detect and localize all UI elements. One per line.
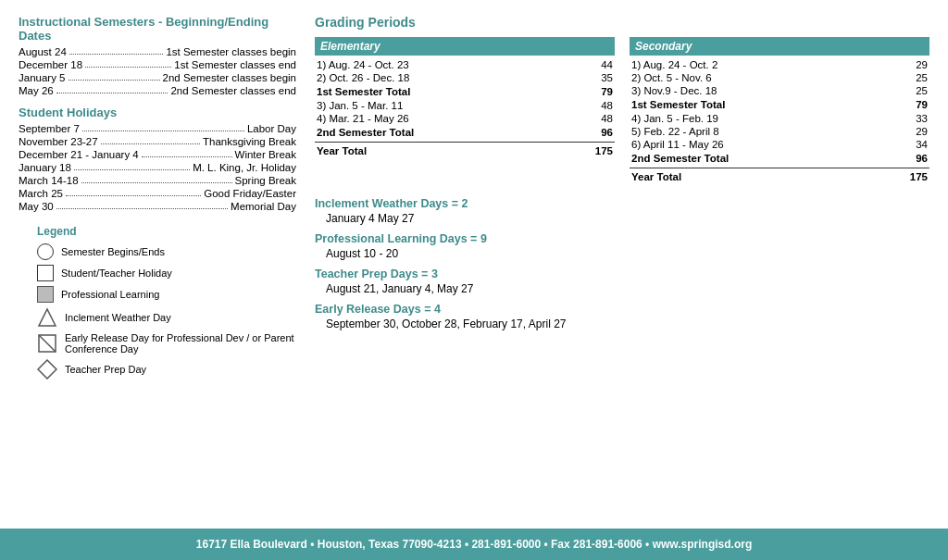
holiday-date: March 25 [19, 188, 63, 199]
dots [66, 195, 201, 196]
gp-row: 2nd Semester Total96 [630, 153, 929, 164]
legend-label: Inclement Weather Day [65, 312, 171, 323]
holiday-row: November 23-27Thanksgiving Break [19, 136, 296, 147]
gp-period-label: 2) Oct. 26 - Dec. 18 [317, 72, 437, 83]
dots [69, 80, 160, 81]
svg-line-2 [39, 335, 56, 352]
holiday-name: Labor Day [247, 123, 296, 134]
dots [142, 156, 232, 157]
dots [82, 131, 244, 131]
holiday-name: Thanksgiving Break [203, 136, 296, 147]
gp-row: 6) April 11 - May 2634 [630, 139, 929, 150]
event-label: 2nd Semester classes end [170, 85, 296, 96]
legend-label: Professional Learning [61, 289, 159, 300]
legend-item: Inclement Weather Day [37, 307, 296, 328]
footer-text: 16717 Ella Boulevard • Houston, Texas 77… [196, 538, 752, 551]
holiday-name: Good Friday/Easter [204, 188, 296, 199]
info-section: Early Release Days = 4September 30, Octo… [315, 303, 929, 330]
gp-row: 5) Feb. 22 - April 829 [630, 126, 929, 137]
gp-count: 48 [601, 113, 613, 124]
date-label: December 18 [19, 59, 82, 70]
legend-items: Semester Begins/EndsStudent/Teacher Holi… [19, 243, 296, 380]
legend-item: Semester Begins/Ends [37, 243, 296, 260]
date-label: August 24 [19, 46, 67, 57]
holiday-name: M. L. King, Jr. Holiday [193, 162, 296, 173]
gp-period-label: 3) Nov.9 - Dec. 18 [631, 85, 752, 96]
info-section: Inclement Weather Days = 2January 4 May … [315, 197, 929, 225]
square-icon [37, 265, 54, 281]
legend-item: Teacher Prep Day [37, 359, 296, 380]
legend-item: Professional Learning [37, 286, 296, 303]
elementary-header: Elementary [315, 37, 615, 56]
gp-period-label: 2nd Semester Total [631, 153, 752, 164]
semester-date-row: August 241st Semester classes begin [19, 46, 296, 57]
dots [56, 93, 168, 93]
holiday-date: May 30 [19, 201, 54, 212]
holiday-row: March 25Good Friday/Easter [19, 188, 296, 199]
left-column: Instructional Semesters - Beginning/Endi… [19, 15, 296, 519]
student-holidays-section: Student Holidays September 7Labor DayNov… [19, 106, 296, 212]
holiday-date: January 18 [19, 162, 71, 173]
event-label: 1st Semester classes end [174, 59, 296, 70]
holiday-date: September 7 [19, 123, 80, 134]
gp-row: 2) Oct. 5 - Nov. 625 [630, 72, 929, 83]
semester-dates-title: Instructional Semesters - Beginning/Endi… [19, 15, 296, 43]
gp-period-label: 5) Feb. 22 - April 8 [631, 126, 752, 137]
date-label: January 5 [19, 72, 66, 83]
circle-icon [37, 243, 54, 260]
grading-periods-title: Grading Periods [315, 15, 929, 30]
secondary-header: Secondary [630, 37, 929, 56]
student-holidays-title: Student Holidays [19, 106, 296, 119]
gp-period-label: 1st Semester Total [631, 99, 752, 110]
gp-count: 44 [601, 59, 613, 70]
info-title: Professional Learning Days = 9 [315, 232, 929, 245]
gp-count: 35 [601, 72, 613, 83]
gp-period-label: Year Total [317, 145, 437, 156]
holiday-row: September 7Labor Day [19, 123, 296, 134]
legend-label: Semester Begins/Ends [61, 246, 165, 257]
svg-marker-3 [38, 360, 56, 379]
info-sections: Inclement Weather Days = 2January 4 May … [315, 197, 929, 330]
grading-tables: Elementary 1) Aug. 24 - Oct. 23442) Oct.… [315, 37, 929, 184]
triangle-icon [37, 307, 57, 328]
gp-count: 79 [916, 99, 928, 110]
holiday-row: December 21 - January 4Winter Break [19, 149, 296, 160]
holiday-list: September 7Labor DayNovember 23-27Thanks… [19, 123, 296, 212]
holiday-row: March 14-18Spring Break [19, 175, 296, 186]
gp-count: 29 [916, 126, 928, 137]
gp-row: 3) Nov.9 - Dec. 1825 [630, 85, 929, 96]
elementary-table: Elementary 1) Aug. 24 - Oct. 23442) Oct.… [315, 37, 615, 184]
dots [81, 182, 232, 183]
gp-row: 1) Aug. 24 - Oct. 2344 [315, 59, 615, 70]
legend-item: Early Release Day for Professional Dev /… [37, 332, 296, 355]
diamond-icon [37, 359, 57, 380]
info-section: Teacher Prep Days = 3August 21, January … [315, 268, 929, 295]
secondary-table: Secondary 1) Aug. 24 - Oct. 2292) Oct. 5… [630, 37, 929, 184]
gp-period-label: 1st Semester Total [317, 86, 437, 97]
holiday-name: Winter Break [235, 149, 296, 160]
event-label: 1st Semester classes begin [166, 46, 296, 57]
info-content: September 30, October 28, February 17, A… [326, 317, 929, 330]
dots [85, 67, 171, 68]
gp-count: 175 [910, 171, 928, 182]
info-title: Early Release Days = 4 [315, 303, 929, 316]
holiday-name: Spring Break [235, 175, 296, 186]
gp-count: 96 [916, 153, 928, 164]
semester-date-row: January 52nd Semester classes begin [19, 72, 296, 83]
event-label: 2nd Semester classes begin [163, 72, 296, 83]
gp-row: 1) Aug. 24 - Oct. 229 [630, 59, 929, 70]
info-section: Professional Learning Days = 9August 10 … [315, 232, 929, 260]
legend-title: Legend [37, 225, 296, 238]
dots [74, 169, 190, 170]
dots [56, 208, 228, 209]
gp-row: 2) Oct. 26 - Dec. 1835 [315, 72, 615, 83]
holiday-row: January 18M. L. King, Jr. Holiday [19, 162, 296, 173]
gp-count: 25 [916, 72, 928, 83]
info-content: January 4 May 27 [326, 212, 929, 225]
main-content: Instructional Semesters - Beginning/Endi… [0, 0, 948, 529]
gp-count: 175 [595, 145, 613, 156]
gp-count: 25 [916, 85, 928, 96]
gp-period-label: 6) April 11 - May 26 [631, 139, 752, 150]
gp-row: 4) Jan. 5 - Feb. 1933 [630, 113, 929, 124]
gp-count: 79 [601, 86, 613, 97]
